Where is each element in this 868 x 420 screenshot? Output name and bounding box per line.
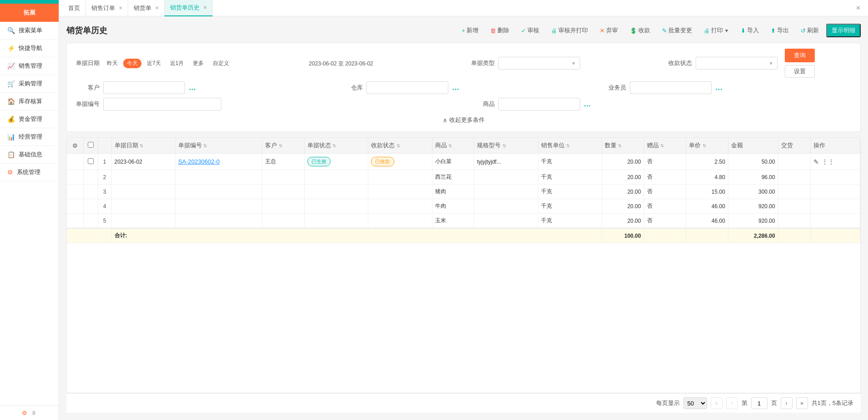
date-tag-yesterday[interactable]: 昨天 <box>103 59 121 68</box>
tab-home-label: 首页 <box>68 4 80 12</box>
export-button[interactable]: ⬆ 导出 <box>766 25 793 36</box>
sidebar-item-business[interactable]: 📊 经营管理 <box>0 128 59 146</box>
sidebar-item-base-info[interactable]: 📋 基础信息 <box>0 146 59 164</box>
cell-transaction <box>778 185 811 199</box>
cell-amount: 300.00 <box>728 185 778 199</box>
sidebar-item-inventory[interactable]: 🏠 库存核算 <box>0 93 59 110</box>
tabs-close-all[interactable]: ✕ <box>852 3 864 13</box>
collect-button[interactable]: 💲 收款 <box>625 25 655 36</box>
select-all-checkbox[interactable] <box>88 142 94 148</box>
more-icon[interactable]: ⋮⋮ <box>822 158 834 165</box>
cell-checkbox[interactable] <box>83 199 98 214</box>
row-checkbox[interactable] <box>88 158 94 164</box>
th-checkbox[interactable] <box>83 138 98 154</box>
doc-no-label: 单据编号 <box>74 100 100 108</box>
first-page-button[interactable]: « <box>711 397 722 409</box>
import-button[interactable]: ⬇ 导入 <box>736 25 763 36</box>
cell-goods: 玉米 <box>432 214 474 229</box>
sidebar-bottom-icon2[interactable]: ⏸ <box>31 410 37 416</box>
th-doc-date[interactable]: 单据日期 ⇅ <box>111 138 175 154</box>
delete-button[interactable]: 🗑 删除 <box>486 25 514 36</box>
gear-icon[interactable]: ⚙ <box>72 142 78 149</box>
th-doc-no[interactable]: 单据编号 ⇅ <box>175 138 262 154</box>
date-tag-1month[interactable]: 近1月 <box>166 59 188 68</box>
payment-status-label: 收款状态 <box>667 59 692 67</box>
tab-sales-delivery[interactable]: 销货单 ✕ <box>128 0 165 16</box>
edit-icon[interactable]: ✎ <box>813 158 819 165</box>
discard-button[interactable]: ✕ 弃审 <box>595 25 622 36</box>
cell-checkbox[interactable] <box>83 214 98 229</box>
th-payment-status[interactable]: 收款状态 ⇅ <box>368 138 432 154</box>
cell-checkbox[interactable] <box>83 185 98 199</box>
doc-no-link[interactable]: SA-20230602-0 <box>178 158 220 165</box>
sidebar-item-label: 系统管理 <box>17 168 40 176</box>
sidebar-item-finance[interactable]: 💰 资金管理 <box>0 110 59 128</box>
th-settings[interactable]: ⚙ <box>67 138 83 154</box>
audit-print-button[interactable]: 🖨 审核并打印 <box>547 25 592 36</box>
sidebar-bottom-icon1[interactable]: ⚙ <box>22 410 27 416</box>
sidebar-item-system[interactable]: ⚙ 系统管理 <box>0 164 59 181</box>
date-range-value: 2023-06-02 至 2023-06-02 <box>309 60 373 68</box>
th-quantity[interactable]: 数量 ⇅ <box>602 138 644 154</box>
date-tag-7days[interactable]: 近7天 <box>143 59 165 68</box>
payment-status-select[interactable]: ▼ <box>696 57 778 70</box>
doc-type-select[interactable]: ▼ <box>498 57 580 70</box>
th-customer[interactable]: 客户 ⇅ <box>262 138 305 154</box>
tab-sales-order[interactable]: 销售订单 ✕ <box>86 0 128 16</box>
collapse-button[interactable]: ∧ 收起更多条件 <box>74 114 853 126</box>
th-goods[interactable]: 商品 ⇅ <box>432 138 474 154</box>
show-detail-button[interactable]: 显示明细 <box>826 24 861 37</box>
th-unit[interactable]: 销售单位 ⇅ <box>538 138 602 154</box>
cell-amount: 920.00 <box>728 214 778 229</box>
th-spec[interactable]: 规格型号 ⇅ <box>474 138 538 154</box>
print-button[interactable]: 🖨 打印 ▼ <box>699 25 733 36</box>
cell-doc-no <box>175 170 262 185</box>
date-tag-today[interactable]: 今天 <box>123 59 141 68</box>
next-page-button[interactable]: › <box>781 397 793 409</box>
salesperson-input[interactable] <box>630 81 712 94</box>
th-gift[interactable]: 赠品 ⇅ <box>644 138 686 154</box>
cell-checkbox[interactable] <box>83 170 98 185</box>
salesperson-dots[interactable]: … <box>715 84 722 92</box>
last-page-button[interactable]: » <box>796 397 808 409</box>
goods-input[interactable] <box>498 98 580 110</box>
th-doc-no-label: 单据编号 <box>178 142 202 149</box>
sidebar-item-search-menu[interactable]: 🔍 搜索菜单 <box>0 22 59 40</box>
customer-input[interactable] <box>103 81 185 94</box>
doc-no-input[interactable] <box>103 98 221 110</box>
tab-home[interactable]: 首页 <box>63 0 86 16</box>
date-tag-more[interactable]: 更多 <box>189 59 207 68</box>
sidebar-item-purchase[interactable]: 🛒 采购管理 <box>0 75 59 93</box>
query-button[interactable]: 查询 <box>785 49 815 62</box>
cell-doc-date <box>111 199 175 214</box>
tab-sales-order-close[interactable]: ✕ <box>119 5 122 10</box>
cell-gift: 否 <box>644 199 686 214</box>
per-page-select[interactable]: 50 10 20 100 <box>683 397 707 409</box>
audit-button[interactable]: ✓ 审核 <box>517 25 544 36</box>
sidebar-item-label: 基础信息 <box>19 150 42 159</box>
date-tag-custom[interactable]: 自定义 <box>209 59 233 68</box>
import-icon: ⬇ <box>741 27 746 34</box>
cell-action <box>811 170 860 185</box>
th-unit-price[interactable]: 单价 ⇅ <box>686 138 728 154</box>
goods-dots[interactable]: … <box>584 100 591 108</box>
tab-sales-delivery-close[interactable]: ✕ <box>155 5 159 10</box>
cell-payment-status <box>368 199 432 214</box>
warehouse-dots[interactable]: … <box>452 84 459 92</box>
customer-dots[interactable]: … <box>189 84 196 92</box>
th-doc-status[interactable]: 单据状态 ⇅ <box>304 138 368 154</box>
sidebar-item-quick-nav[interactable]: ⚡ 快捷导航 <box>0 40 59 57</box>
prev-page-button[interactable]: ‹ <box>726 397 738 409</box>
cell-transaction <box>778 214 811 229</box>
tab-sales-history-close[interactable]: ✕ <box>203 5 207 10</box>
settings-button[interactable]: 设置 <box>785 65 815 78</box>
refresh-button[interactable]: ↺ 刷新 <box>796 25 823 36</box>
sidebar-item-sales[interactable]: 📈 销售管理 <box>0 57 59 75</box>
batch-change-button[interactable]: ✎ 批量变更 <box>657 25 697 36</box>
cell-checkbox[interactable] <box>83 154 98 170</box>
warehouse-input[interactable] <box>366 81 448 94</box>
tab-sales-history[interactable]: 销货单历史 ✕ <box>165 0 213 16</box>
salesperson-label: 业务员 <box>601 84 626 92</box>
page-number-input[interactable] <box>751 397 768 409</box>
new-button[interactable]: + 新增 <box>457 25 483 36</box>
